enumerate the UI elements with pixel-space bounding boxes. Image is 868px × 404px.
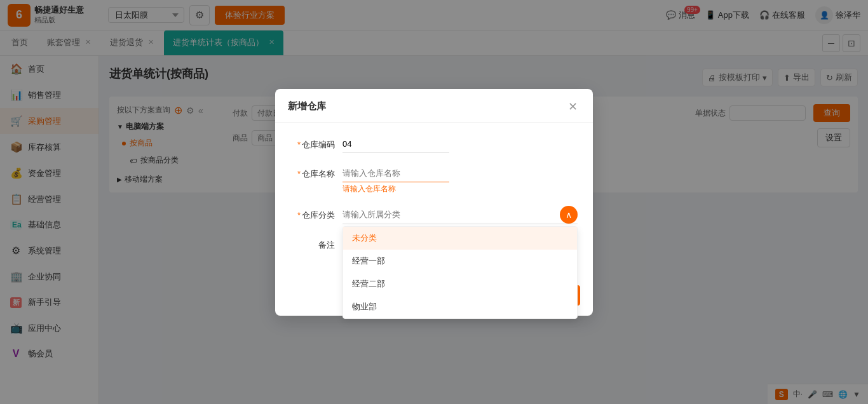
- code-input-wrap: [342, 135, 578, 153]
- dropdown-item-uncategorized[interactable]: 未分类: [343, 227, 577, 250]
- name-label: *仓库名称: [290, 165, 335, 180]
- name-input-wrap: 请输入仓库名称: [342, 165, 578, 194]
- category-input-wrap: ∧ 未分类 经营一部 经营二部 物业部: [342, 206, 578, 224]
- dialog-overlay: 新增仓库 ✕ *仓库编码 *仓库名称 请输入仓库名称: [0, 0, 868, 404]
- dropdown-item-dept2[interactable]: 经营二部: [343, 273, 577, 295]
- code-input[interactable]: [342, 135, 449, 153]
- form-row-name: *仓库名称 请输入仓库名称: [290, 165, 578, 194]
- dropdown-item-dept3[interactable]: 物业部: [343, 295, 577, 318]
- dialog-title: 新增仓库: [288, 100, 326, 112]
- dialog-header: 新增仓库 ✕: [275, 89, 593, 123]
- remark-label: 备注: [290, 236, 335, 251]
- dropdown-item-dept1[interactable]: 经营一部: [343, 250, 577, 273]
- form-row-category: *仓库分类 ∧ 未分类 经营一部 经营二部 物业部: [290, 206, 578, 224]
- dialog-body: *仓库编码 *仓库名称 请输入仓库名称 *仓库分类: [275, 123, 593, 278]
- category-input-row: ∧: [342, 206, 578, 224]
- code-label: *仓库编码: [290, 135, 335, 151]
- category-input[interactable]: [342, 206, 560, 223]
- category-label: *仓库分类: [290, 206, 335, 221]
- name-input[interactable]: [342, 165, 449, 182]
- category-dropdown: 未分类 经营一部 经营二部 物业部: [342, 226, 578, 319]
- dialog-close-button[interactable]: ✕: [565, 99, 580, 114]
- category-toggle-button[interactable]: ∧: [560, 206, 578, 224]
- name-error-tip: 请输入仓库名称: [342, 184, 578, 194]
- form-row-code: *仓库编码: [290, 135, 578, 153]
- add-warehouse-dialog: 新增仓库 ✕ *仓库编码 *仓库名称 请输入仓库名称: [275, 89, 593, 316]
